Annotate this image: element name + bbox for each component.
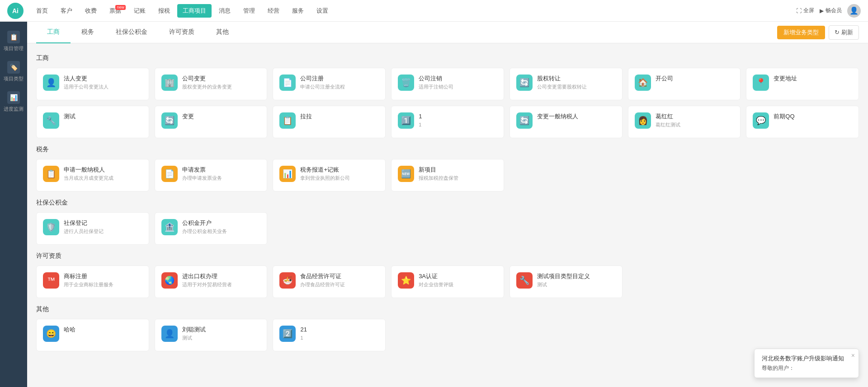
card-icon: 👤 (43, 75, 59, 91)
nav-item-客户[interactable]: 客户 (55, 4, 78, 18)
card-title: 公司注册 (300, 75, 345, 83)
nav-item-消息[interactable]: 消息 (213, 4, 236, 18)
section-shebao: 社保公积金🛡️社保登记进行人员社保登记🏦公积金开户办理公积金相关业务 (36, 199, 859, 245)
card-icon: 😄 (43, 326, 59, 342)
card-shebao-0[interactable]: 🛡️社保登记进行人员社保登记 (36, 212, 149, 245)
tab-许可资质[interactable]: 许可资质 (158, 22, 205, 43)
tab-工商[interactable]: 工商 (36, 22, 71, 43)
tab-税务[interactable]: 税务 (71, 22, 105, 43)
card-title: 股权转让 (537, 75, 587, 83)
tab-其他[interactable]: 其他 (205, 22, 240, 43)
refresh-button[interactable]: ↻ 刷新 (829, 25, 859, 40)
card-icon: 📍 (753, 75, 769, 91)
fullscreen-label: 全屏 (803, 7, 814, 14)
card-shuiwu-0[interactable]: 📋申请一般纳税人当月或次月成变更完成 (36, 159, 149, 191)
card-desc: 适用于注销公司 (419, 84, 453, 90)
notification-close[interactable]: × (851, 352, 855, 359)
nav-item-票据[interactable]: 票据new (104, 4, 127, 18)
card-gongshang-3[interactable]: 🗑️公司注销适用于注销公司 (391, 68, 504, 100)
card-gongshang-6[interactable]: 📍变更地址 (746, 68, 859, 100)
card-xuke-2[interactable]: 🍜食品经营许可证办理食品经营许可证 (273, 266, 386, 298)
card-icon: ™️ (43, 272, 59, 289)
card-shuiwu-2[interactable]: 📊税务报道+记账拿到营业执照的新公司 (273, 159, 386, 191)
nav-item-首页[interactable]: 首页 (31, 4, 53, 18)
card-shebao-1[interactable]: 🏦公积金开户办理公积金相关业务 (155, 212, 268, 245)
card-gongshang-5[interactable]: 🏠开公司 (628, 68, 741, 100)
card-shuiwu-1[interactable]: 📄申请发票办理申请发票业务 (155, 159, 268, 191)
card-gongshang-11[interactable]: 🔄变更一般纳税人 (509, 106, 623, 138)
card-gongshang-4[interactable]: 🔄股权转让公司变更需要股权转让 (509, 68, 623, 100)
card-desc: 测试 (537, 281, 590, 288)
add-type-button[interactable]: 新增业务类型 (777, 26, 825, 39)
nav-item-工商项目[interactable]: 工商项目 (177, 4, 212, 18)
card-gongshang-8[interactable]: 🔄变更 (155, 106, 268, 138)
card-desc: 申请公司注册全流程 (300, 84, 345, 90)
card-text: 葛红红葛红红测试 (656, 112, 680, 129)
avatar[interactable]: 👤 (847, 4, 861, 18)
sidebar-item-项目管理[interactable]: 📋 项目管理 (0, 26, 27, 56)
card-gongshang-1[interactable]: 🏢公司变更股权变更外的业务变更 (155, 68, 268, 100)
card-xuke-4[interactable]: 🔧测试项目类型目定义测试 (509, 266, 623, 298)
card-icon: ⭐ (398, 272, 414, 289)
card-desc: 办理食品经营许可证 (300, 281, 345, 288)
card-icon: 🍜 (279, 272, 296, 289)
card-gongshang-0[interactable]: 👤法人变更适用于公司变更法人 (36, 68, 149, 100)
card-title: 公司注销 (419, 75, 453, 83)
card-xuke-1[interactable]: 🌏进出口权办理适用于对外贸易经营者 (155, 266, 268, 298)
sidebar-icon: 📋 (7, 31, 20, 43)
card-title: 变更地址 (774, 75, 797, 83)
sidebar-label: 项目类型 (4, 75, 24, 82)
card-qita-2[interactable]: 2️⃣211 (273, 319, 386, 351)
card-title: 葛红红 (656, 112, 680, 121)
card-gongshang-2[interactable]: 📄公司注册申请公司注册全流程 (273, 68, 386, 100)
card-text: 新项目报税加税控盘保管 (419, 166, 458, 182)
card-text: 股权转让公司变更需要股权转让 (537, 75, 587, 91)
nav-item-记账[interactable]: 记账 (128, 4, 151, 18)
sidebar-item-项目类型[interactable]: 🏷️ 项目类型 (0, 56, 27, 87)
card-gongshang-13[interactable]: 💬前期QQ (746, 106, 859, 138)
section-title-xuke: 许可资质 (36, 252, 859, 260)
card-qita-0[interactable]: 😄哈哈 (36, 319, 149, 351)
card-xuke-0[interactable]: ™️商标注册用于企业商标注册服务 (36, 266, 149, 298)
nav-item-设置[interactable]: 设置 (311, 4, 334, 18)
nav-item-收费[interactable]: 收费 (80, 4, 102, 18)
sidebar-item-进度监测[interactable]: 📊 进度监测 (0, 87, 27, 117)
nav-item-管理[interactable]: 管理 (238, 4, 260, 18)
card-icon: 📄 (161, 166, 178, 182)
card-title: 变更 (182, 112, 194, 121)
card-text: 拉拉 (300, 112, 312, 121)
section-title-qita: 其他 (36, 305, 859, 313)
member-button[interactable]: ▶ 畅会员 (820, 7, 842, 14)
nav-item-经营[interactable]: 经营 (262, 4, 285, 18)
nav-item-报税[interactable]: 报税 (153, 4, 175, 18)
cards-grid-qita: 😄哈哈👤刘聪测试测试2️⃣211 (36, 319, 859, 351)
card-gongshang-7[interactable]: 🔧测试 (36, 106, 149, 138)
content-area: 工商👤法人变更适用于公司变更法人🏢公司变更股权变更外的业务变更📄公司注册申请公司… (27, 43, 868, 366)
card-title: 公积金开户 (182, 219, 227, 227)
tabs: 工商税务社保公积金许可资质其他 (36, 22, 240, 43)
card-desc: 拿到营业执照的新公司 (300, 175, 350, 182)
card-desc: 适用于对外贸易经营者 (182, 281, 232, 288)
cards-grid-shuiwu: 📋申请一般纳税人当月或次月成变更完成📄申请发票办理申请发票业务📊税务报道+记账拿… (36, 159, 859, 191)
card-qita-1[interactable]: 👤刘聪测试测试 (155, 319, 268, 351)
card-text: 3A认证对企业信誉评级 (419, 272, 453, 289)
card-text: 211 (300, 326, 307, 342)
card-title: 食品经营许可证 (300, 272, 345, 280)
nav-badge: new (115, 5, 126, 10)
card-icon: 🔄 (516, 75, 533, 91)
card-shuiwu-3[interactable]: 🆕新项目报税加税控盘保管 (391, 159, 504, 191)
app-logo: Ai (7, 3, 24, 19)
card-title: 21 (300, 326, 307, 334)
tab-社保公积金[interactable]: 社保公积金 (105, 22, 158, 43)
card-gongshang-10[interactable]: 1️⃣11 (391, 106, 504, 138)
fullscreen-button[interactable]: ⛶ 全屏 (796, 7, 814, 14)
card-text: 测试项目类型目定义测试 (537, 272, 590, 289)
card-gongshang-12[interactable]: 👩葛红红葛红红测试 (628, 106, 741, 138)
card-gongshang-9[interactable]: 📋拉拉 (273, 106, 386, 138)
card-xuke-3[interactable]: ⭐3A认证对企业信誉评级 (391, 266, 504, 298)
nav-item-服务[interactable]: 服务 (287, 4, 309, 18)
card-text: 社保登记进行人员社保登记 (64, 219, 104, 235)
card-text: 11 (419, 112, 422, 129)
sidebar-icon: 🏷️ (7, 61, 20, 74)
card-icon: 🗑️ (398, 75, 414, 91)
